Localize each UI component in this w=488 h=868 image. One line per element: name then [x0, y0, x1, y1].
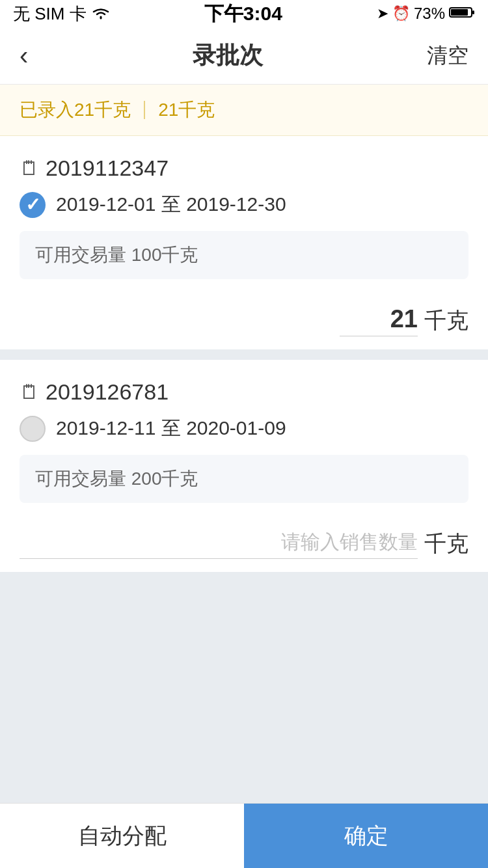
svg-rect-2: [472, 10, 474, 14]
batch-id-2: 2019126781: [46, 379, 169, 405]
document-icon-2: 🗒: [20, 381, 39, 403]
quantity-unit-2: 千克: [424, 529, 468, 559]
svg-rect-1: [451, 9, 468, 16]
wifi-icon: [92, 4, 110, 24]
batch-card-1: 🗒 2019112347 ✓ 2019-12-01 至 2019-12-30 可…: [0, 136, 488, 349]
nav-bar: ‹ 录批次 清空: [0, 27, 488, 85]
quantity-value-1: 21: [390, 305, 418, 333]
batch-available-2: 可用交易量 200千克: [20, 455, 468, 503]
quantity-input-2[interactable]: 请输入销售数量: [20, 529, 418, 559]
status-right: ➤ ⏰ 73%: [377, 5, 475, 23]
quantity-input-1[interactable]: 21: [340, 305, 418, 336]
quantity-unit-1: 千克: [424, 306, 468, 336]
summary-value: 21千克: [158, 98, 215, 122]
quantity-row-2: 请输入销售数量 千克: [0, 516, 488, 572]
section-divider: [0, 349, 488, 360]
batch-radio-2[interactable]: [20, 416, 46, 442]
clear-button[interactable]: 清空: [427, 42, 468, 70]
summary-bar: 已录入21千克 21千克: [0, 85, 488, 136]
auto-distribute-button[interactable]: 自动分配: [0, 804, 244, 868]
batch-id-row-2: 🗒 2019126781: [20, 379, 468, 405]
batch-date-2: 2019-12-11 至 2020-01-09: [56, 415, 286, 442]
page-title: 录批次: [193, 40, 263, 72]
location-icon: ➤: [377, 5, 388, 22]
checkmark-icon-1: ✓: [25, 194, 40, 215]
batch-card-2: 🗒 2019126781 2019-12-11 至 2020-01-09 可用交…: [0, 360, 488, 572]
status-time: 下午3:04: [204, 1, 282, 27]
alarm-icon: ⏰: [392, 5, 410, 22]
quantity-placeholder-2: 请输入销售数量: [281, 529, 418, 556]
quantity-row-1: 21 千克: [0, 292, 488, 349]
batch-id-1: 2019112347: [46, 156, 169, 181]
carrier-label: 无 SIM 卡: [13, 3, 87, 25]
status-bar: 无 SIM 卡 下午3:04 ➤ ⏰ 73%: [0, 0, 488, 27]
bottom-bar: 自动分配 确定: [0, 803, 488, 868]
batch-available-1: 可用交易量 100千克: [20, 231, 468, 279]
status-left: 无 SIM 卡: [13, 3, 110, 25]
summary-label: 已录入21千克: [20, 98, 131, 122]
confirm-button[interactable]: 确定: [244, 804, 488, 868]
back-button[interactable]: ‹: [20, 41, 28, 70]
battery-label: 73%: [414, 5, 445, 23]
document-icon-1: 🗒: [20, 157, 39, 180]
batch-radio-1[interactable]: ✓: [20, 192, 46, 218]
batch-date-1: 2019-12-01 至 2019-12-30: [56, 191, 286, 218]
batch-date-row-1[interactable]: ✓ 2019-12-01 至 2019-12-30: [20, 191, 468, 218]
summary-divider: [144, 101, 145, 119]
battery-icon: [449, 5, 475, 23]
batch-date-row-2[interactable]: 2019-12-11 至 2020-01-09: [20, 415, 468, 442]
batch-id-row-1: 🗒 2019112347: [20, 156, 468, 181]
